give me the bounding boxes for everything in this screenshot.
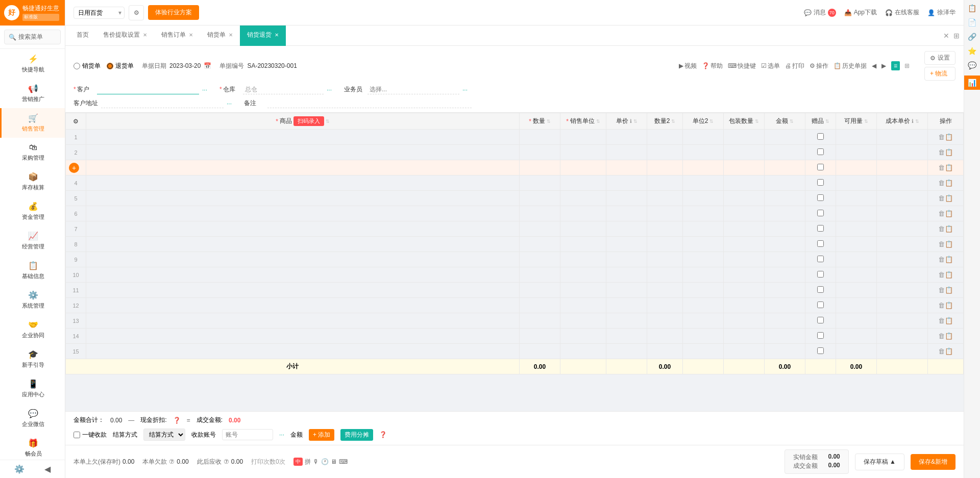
- nav-prev[interactable]: ◀: [872, 62, 876, 69]
- price-cell[interactable]: [606, 191, 647, 206]
- toolbar-video[interactable]: ▶ 视频: [679, 62, 697, 70]
- price-cell[interactable]: [606, 221, 647, 237]
- tab-sales-order-close[interactable]: ✕: [189, 32, 193, 38]
- gift-cell[interactable]: [805, 252, 836, 267]
- cost-cell[interactable]: [877, 344, 928, 359]
- qty2-cell[interactable]: [647, 175, 683, 191]
- gift-cell[interactable]: [805, 298, 836, 313]
- pack-cell[interactable]: [724, 175, 765, 191]
- qty2-cell[interactable]: [647, 252, 683, 267]
- unit-cell[interactable]: [560, 145, 606, 160]
- price-cell[interactable]: [606, 313, 647, 329]
- unit-cell[interactable]: [560, 313, 606, 329]
- gift-cell[interactable]: [805, 175, 836, 191]
- delete-row-button[interactable]: 🗑: [938, 317, 945, 324]
- right-panel-doc-icon[interactable]: 📄: [968, 18, 976, 27]
- pack-cell[interactable]: [724, 329, 765, 344]
- pack-cell[interactable]: [724, 344, 765, 359]
- qty-cell[interactable]: [520, 252, 560, 267]
- gift-checkbox[interactable]: [817, 286, 824, 293]
- unit2-cell[interactable]: [683, 252, 724, 267]
- sidebar-item-12[interactable]: 💬企业微信: [0, 404, 65, 433]
- app-download-button[interactable]: 📥 App下载: [844, 8, 877, 17]
- cost-cell[interactable]: [877, 237, 928, 252]
- sidebar-item-10[interactable]: 🎓新手引导: [0, 344, 65, 374]
- qty2-cell[interactable]: [647, 329, 683, 344]
- product-cell[interactable]: [86, 344, 520, 359]
- product-cell[interactable]: [86, 237, 520, 252]
- avail-cell[interactable]: [836, 206, 877, 221]
- price-cell[interactable]: [606, 206, 647, 221]
- one-click-checkbox[interactable]: 一键收款: [74, 431, 107, 439]
- cost-cell[interactable]: [877, 206, 928, 221]
- gift-checkbox[interactable]: [817, 271, 824, 278]
- gift-checkbox[interactable]: [817, 133, 824, 140]
- gift-checkbox[interactable]: [817, 347, 824, 354]
- amount-cell[interactable]: [765, 298, 805, 313]
- warehouse-select-icon[interactable]: ···: [327, 86, 332, 93]
- avail-sort-icon[interactable]: ⇅: [864, 119, 868, 124]
- qty-cell[interactable]: [520, 329, 560, 344]
- toolbar-print[interactable]: 🖨 打印: [785, 62, 804, 70]
- gift-checkbox[interactable]: [817, 148, 824, 155]
- toolbar-help[interactable]: ❓ 帮助: [702, 62, 723, 70]
- price-cell[interactable]: [606, 298, 647, 313]
- delete-row-button[interactable]: 🗑: [938, 225, 945, 233]
- user-profile-button[interactable]: 👤 徐泽华: [927, 8, 955, 17]
- customer-input[interactable]: [97, 85, 199, 94]
- address-select-icon[interactable]: ···: [227, 100, 232, 107]
- avail-cell[interactable]: [836, 237, 877, 252]
- unit2-cell[interactable]: [683, 329, 724, 344]
- amount-cell[interactable]: [765, 191, 805, 206]
- product-cell[interactable]: [86, 145, 520, 160]
- amount-cell[interactable]: [765, 160, 805, 175]
- unit-cell[interactable]: [560, 267, 606, 283]
- avail-cell[interactable]: [836, 160, 877, 175]
- grid-view-icon[interactable]: ⊞: [902, 61, 912, 70]
- dots-icon[interactable]: ···: [279, 431, 284, 438]
- copy-row-button[interactable]: 📋: [945, 301, 953, 309]
- product-input[interactable]: [89, 164, 516, 171]
- unit-cell[interactable]: [560, 221, 606, 237]
- unit-cell[interactable]: [560, 298, 606, 313]
- cost-cell[interactable]: [877, 298, 928, 313]
- price-cell[interactable]: [606, 329, 647, 344]
- cost-cell[interactable]: [877, 175, 928, 191]
- toolbar-operate[interactable]: ⚙ 操作: [810, 62, 828, 70]
- tab-sales-delivery-close[interactable]: ✕: [229, 32, 233, 38]
- pack-cell[interactable]: [724, 298, 765, 313]
- qty-cell[interactable]: [520, 160, 560, 175]
- copy-row-button[interactable]: 📋: [945, 210, 953, 217]
- sidebar-item-9[interactable]: 🤝企业协同: [0, 315, 65, 344]
- maximize-tab-button[interactable]: ⊞: [953, 32, 960, 40]
- avail-cell[interactable]: [836, 145, 877, 160]
- gift-cell[interactable]: [805, 130, 836, 145]
- unit2-cell[interactable]: [683, 298, 724, 313]
- nav-next[interactable]: ▶: [881, 62, 886, 69]
- avail-cell[interactable]: [836, 175, 877, 191]
- tab-sales-order[interactable]: 销售订单 ✕: [154, 26, 200, 46]
- gift-checkbox[interactable]: [817, 164, 824, 170]
- gift-cell[interactable]: [805, 145, 836, 160]
- right-panel-table-icon[interactable]: 📋: [968, 4, 976, 12]
- gift-cell[interactable]: [805, 160, 836, 175]
- tab-home[interactable]: 首页: [69, 26, 96, 46]
- cost-cell[interactable]: [877, 283, 928, 298]
- radio-sales-return[interactable]: 退货单: [107, 62, 134, 70]
- product-cell[interactable]: [86, 313, 520, 329]
- sidebar-item-3[interactable]: 🛍采购管理: [0, 138, 65, 167]
- price-cell[interactable]: [606, 160, 647, 175]
- avail-cell[interactable]: [836, 267, 877, 283]
- qty2-cell[interactable]: [647, 267, 683, 283]
- product-cell[interactable]: [86, 175, 520, 191]
- gift-checkbox[interactable]: [817, 240, 824, 247]
- gift-checkbox[interactable]: [817, 301, 824, 308]
- delete-row-button[interactable]: 🗑: [938, 194, 945, 202]
- product-cell[interactable]: [86, 283, 520, 298]
- gift-cell[interactable]: [805, 329, 836, 344]
- delete-row-button[interactable]: 🗑: [938, 133, 945, 141]
- unit2-cell[interactable]: [683, 130, 724, 145]
- delete-row-button[interactable]: 🗑: [938, 164, 945, 171]
- price-cell[interactable]: [606, 145, 647, 160]
- gift-checkbox[interactable]: [817, 256, 824, 262]
